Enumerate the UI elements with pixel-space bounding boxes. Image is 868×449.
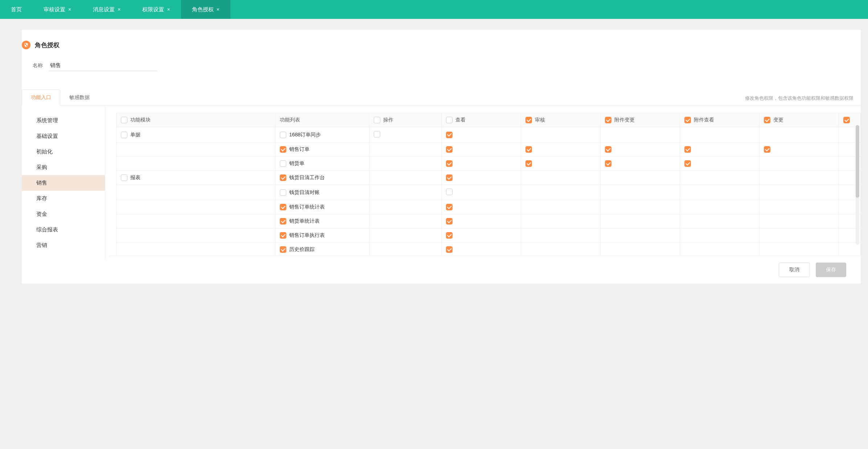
sidebar-item-label: 系统管理 xyxy=(36,117,58,123)
nav-tab-audit-settings[interactable]: 审核设置 × xyxy=(33,0,82,19)
table-row: 钱货日清对账 xyxy=(116,185,861,200)
nav-tab-permission-settings[interactable]: 权限设置 × xyxy=(131,0,181,19)
sidebar-item-marketing[interactable]: 营销 xyxy=(22,238,105,253)
vertical-scrollbar[interactable] xyxy=(856,125,859,245)
checkbox-module-all[interactable] xyxy=(121,117,127,123)
checkbox-perm[interactable] xyxy=(525,146,532,153)
checkbox-perm[interactable] xyxy=(446,232,453,239)
checkbox-perm[interactable] xyxy=(446,204,453,210)
subtab-label: 功能入口 xyxy=(31,94,51,100)
content-card: 角色授权 名称 功能入口 敏感数据 修改角色权限，包含该角色功能权限和敏感数据权… xyxy=(22,30,861,284)
checkbox-list[interactable] xyxy=(280,160,286,167)
save-button[interactable]: 保存 xyxy=(816,263,846,277)
checkbox-module[interactable] xyxy=(121,132,127,138)
list-label: 销售订单执行表 xyxy=(289,232,325,239)
checkbox-change-all[interactable] xyxy=(764,117,770,123)
checkbox-perm[interactable] xyxy=(446,146,453,153)
sidebar-item-label: 基础设置 xyxy=(36,133,58,139)
sidebar-item-label: 营销 xyxy=(36,242,47,248)
table-row: 销售订单执行表 xyxy=(116,228,861,243)
checkbox-perm[interactable] xyxy=(684,160,691,167)
list-label: 钱货日清对账 xyxy=(289,189,320,196)
sidebar-item-reports[interactable]: 综合报表 xyxy=(22,222,105,238)
table-row: 销售订单 xyxy=(116,143,861,157)
subtabs-row: 功能入口 敏感数据 修改角色权限，包含该角色功能权限和敏感数据权限 xyxy=(22,89,861,106)
checkbox-list[interactable] xyxy=(280,189,286,196)
module-sidebar: 系统管理 基础设置 初始化 采购 销售 库存 资金 综合报表 营销 xyxy=(22,106,105,260)
table-row: 历史价跟踪 xyxy=(116,243,861,257)
close-icon[interactable]: × xyxy=(167,7,170,12)
checkbox-perm[interactable] xyxy=(605,160,611,167)
header-module: 功能模块 xyxy=(130,117,151,123)
checkbox-attach-change-all[interactable] xyxy=(605,117,611,123)
checkbox-list[interactable] xyxy=(280,246,286,253)
sidebar-item-label: 销售 xyxy=(36,180,47,186)
nav-tab-label: 消息设置 xyxy=(93,6,115,13)
list-label: 销货单 xyxy=(289,160,304,167)
checkbox-perm[interactable] xyxy=(605,146,611,153)
module-label: 单据 xyxy=(130,132,140,138)
nav-tab-label: 角色授权 xyxy=(192,6,214,13)
checkbox-view-all[interactable] xyxy=(446,117,453,123)
checkbox-list[interactable] xyxy=(280,204,286,210)
table-row: 销货单 xyxy=(116,157,861,171)
checkbox-list[interactable] xyxy=(280,218,286,224)
sidebar-item-init[interactable]: 初始化 xyxy=(22,144,105,160)
header-op: 操作 xyxy=(383,117,393,123)
sidebar-item-system[interactable]: 系统管理 xyxy=(22,113,105,128)
top-nav: 首页 审核设置 × 消息设置 × 权限设置 × 角色授权 × xyxy=(0,0,868,19)
table-row: 单据1688订单同步 xyxy=(116,127,861,143)
checkbox-perm[interactable] xyxy=(684,146,691,153)
close-icon[interactable]: × xyxy=(217,7,220,12)
checkbox-perm[interactable] xyxy=(525,160,532,167)
list-label: 钱货日清工作台 xyxy=(289,174,325,181)
checkbox-op-all[interactable] xyxy=(374,117,380,123)
checkbox-perm[interactable] xyxy=(446,174,453,181)
list-label: 1688订单同步 xyxy=(289,132,321,138)
footer-bar: 取消 保存 xyxy=(109,256,861,284)
name-input[interactable] xyxy=(49,60,157,71)
checkbox-list[interactable] xyxy=(280,232,286,239)
sidebar-item-sales[interactable]: 销售 xyxy=(22,175,105,191)
checkbox-perm[interactable] xyxy=(764,146,770,153)
sidebar-item-basic[interactable]: 基础设置 xyxy=(22,128,105,144)
sidebar-item-label: 采购 xyxy=(36,164,47,170)
permission-table-area: 功能模块 功能列表 操作 查看 审核 附件变更 附件查看 变更 单据1688订单… xyxy=(105,106,861,260)
checkbox-module[interactable] xyxy=(121,174,127,181)
subtab-label: 敏感数据 xyxy=(69,94,90,100)
cancel-button[interactable]: 取消 xyxy=(779,263,810,277)
table-row: 销售订单统计表 xyxy=(116,200,861,214)
list-label: 历史价跟踪 xyxy=(289,246,315,253)
sidebar-item-label: 初始化 xyxy=(36,148,53,155)
list-label: 销售订单 xyxy=(289,146,310,153)
nav-tab-message-settings[interactable]: 消息设置 × xyxy=(82,0,131,19)
close-icon[interactable]: × xyxy=(68,7,71,12)
table-row: 销货单统计表 xyxy=(116,214,861,228)
checkbox-audit-all[interactable] xyxy=(525,117,532,123)
name-label: 名称 xyxy=(33,62,43,69)
header-change: 变更 xyxy=(773,117,783,123)
subtab-function-entry[interactable]: 功能入口 xyxy=(22,90,60,106)
checkbox-perm[interactable] xyxy=(446,246,453,253)
close-icon[interactable]: × xyxy=(118,7,120,12)
checkbox-perm[interactable] xyxy=(446,189,453,195)
checkbox-perm[interactable] xyxy=(446,132,453,138)
checkbox-extra-all[interactable] xyxy=(843,117,850,123)
list-label: 销售订单统计表 xyxy=(289,204,325,210)
nav-tab-role-auth[interactable]: 角色授权 × xyxy=(181,0,230,19)
checkbox-list[interactable] xyxy=(280,132,286,138)
subtab-sensitive-data[interactable]: 敏感数据 xyxy=(60,90,99,106)
checkbox-perm[interactable] xyxy=(446,160,453,167)
checkbox-list[interactable] xyxy=(280,174,286,181)
name-row: 名称 xyxy=(22,60,861,75)
nav-tab-home[interactable]: 首页 xyxy=(0,0,33,19)
checkbox-op[interactable] xyxy=(374,131,380,137)
sidebar-item-funds[interactable]: 资金 xyxy=(22,206,105,222)
header-attach-change: 附件变更 xyxy=(614,117,635,123)
checkbox-list[interactable] xyxy=(280,146,286,153)
checkbox-perm[interactable] xyxy=(446,218,453,224)
nav-tab-label: 权限设置 xyxy=(142,6,164,13)
sidebar-item-purchase[interactable]: 采购 xyxy=(22,160,105,175)
checkbox-attach-view-all[interactable] xyxy=(684,117,691,123)
sidebar-item-inventory[interactable]: 库存 xyxy=(22,191,105,206)
